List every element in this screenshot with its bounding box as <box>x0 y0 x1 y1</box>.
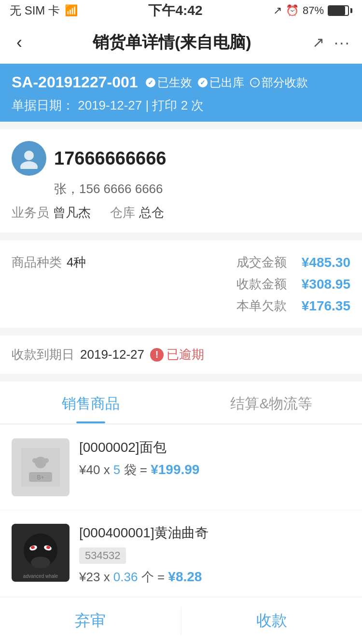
svg-point-5 <box>44 458 49 463</box>
status-bar: 无 SIM 卡 📶 下午4:42 ↗ ⏰ 87% <box>0 0 362 21</box>
svg-text:B+: B+ <box>37 474 44 481</box>
product-name-1: [0000002]面包 <box>79 438 350 457</box>
back-button[interactable]: ‹ <box>12 28 27 57</box>
price-base-2: ¥23 <box>79 570 100 584</box>
badge-partial: ○ 部分收款 <box>250 75 308 90</box>
page-title: 销货单详情(来自电脑) <box>32 31 312 54</box>
warehouse-item: 仓库 总仓 <box>110 204 164 221</box>
due-date: 2019-12-27 <box>80 347 144 362</box>
received-value: ¥308.95 <box>292 277 350 292</box>
nav-actions: ↗ ··· <box>312 33 350 52</box>
order-header-banner: SA-20191227-001 ✓ 已生效 ✓ 已出库 ○ 部分收款 单据日期：… <box>0 64 362 122</box>
product-info-1: [0000002]面包 ¥40 x 5 袋 = ¥199.99 <box>79 438 350 478</box>
share-icon[interactable]: ↗ <box>312 34 324 51</box>
svg-point-1 <box>20 161 38 169</box>
received-row: 收款金额 ¥308.95 <box>229 276 350 293</box>
banner-row1: SA-20191227-001 ✓ 已生效 ✓ 已出库 ○ 部分收款 <box>12 73 350 91</box>
svg-point-15 <box>31 557 50 568</box>
customer-phone: 17666666666 <box>54 148 166 169</box>
customer-section: 17666666666 张，156 6666 6666 业务员 曾凡杰 仓库 总… <box>0 129 362 233</box>
product-item-2: advanced whale [000400001]黄油曲奇 534532 ¥2… <box>0 510 362 600</box>
amount-row: 成交金额 ¥485.30 <box>229 254 350 271</box>
print-label: 打印 2 次 <box>152 98 204 112</box>
reject-button[interactable]: 弃审 <box>0 597 181 644</box>
salesman-item: 业务员 曾凡杰 <box>12 204 91 221</box>
nav-bar: ‹ 销货单详情(来自电脑) ↗ ··· <box>0 21 362 64</box>
check-icon-1: ✓ <box>146 78 155 87</box>
overdue-badge: ! 已逾期 <box>150 346 204 363</box>
battery-percent: 87% <box>303 4 324 17</box>
svg-point-3 <box>35 457 46 468</box>
warehouse-label: 仓库 <box>110 204 135 221</box>
salesman-label: 业务员 <box>12 204 49 221</box>
price-qty-1: 5 <box>113 462 120 477</box>
banner-date-row: 单据日期： 2019-12-27 | 打印 2 次 <box>12 97 350 114</box>
price-x-2: x <box>104 570 113 584</box>
tab-products[interactable]: 销售商品 <box>0 381 181 423</box>
image-placeholder-2: advanced whale <box>12 524 70 582</box>
warehouse-value: 总仓 <box>139 204 164 221</box>
product-sku-2: 534532 <box>79 547 126 564</box>
svg-point-0 <box>24 151 34 160</box>
price-unit-1: 袋 <box>124 462 137 477</box>
amount-label: 成交金额 <box>229 254 287 271</box>
more-icon[interactable]: ··· <box>334 33 350 52</box>
tabs: 销售商品 结算&物流等 <box>0 381 362 424</box>
customer-meta: 业务员 曾凡杰 仓库 总仓 <box>12 204 350 221</box>
summary-section: 商品种类 4种 成交金额 ¥485.30 收款金额 ¥308.95 本单欠款 ¥… <box>0 240 362 328</box>
status-badges: ✓ 已生效 ✓ 已出库 ○ 部分收款 <box>146 75 308 90</box>
status-right: ↗ ⏰ 87% <box>273 4 352 17</box>
alarm-icon: ⏰ <box>286 4 299 17</box>
due-section: 收款到期日 2019-12-27 ! 已逾期 <box>0 336 362 374</box>
badge-effective: ✓ 已生效 <box>146 75 192 90</box>
summary-left: 商品种类 4种 <box>12 254 181 271</box>
price-unit-2: 个 <box>141 570 154 584</box>
image-placeholder-1: B+ <box>12 438 70 496</box>
price-x-1: x <box>104 462 113 477</box>
check-icon-2: ✓ <box>198 78 208 87</box>
product-image-2: advanced whale <box>12 524 70 582</box>
product-item: B+ [0000002]面包 ¥40 x 5 袋 = ¥199.99 <box>0 425 362 510</box>
salesman-value: 曾凡杰 <box>53 204 91 221</box>
date-value: 2019-12-27 <box>78 98 142 112</box>
price-total-1: ¥199.99 <box>151 462 199 477</box>
owing-label: 本单欠款 <box>229 297 287 314</box>
product-image-1: B+ <box>12 438 70 496</box>
print-info: | <box>145 98 152 112</box>
product-list: B+ [0000002]面包 ¥40 x 5 袋 = ¥199.99 <box>0 425 362 600</box>
summary-right: 成交金额 ¥485.30 收款金额 ¥308.95 本单欠款 ¥176.35 <box>181 254 350 314</box>
clock-icon: ○ <box>250 78 260 87</box>
date-label: 单据日期： <box>12 98 74 112</box>
status-time: 下午4:42 <box>148 1 202 20</box>
types-label: 商品种类 <box>12 254 62 271</box>
wifi-icon: 📶 <box>65 4 78 17</box>
collect-button[interactable]: 收款 <box>181 597 362 644</box>
overdue-text: 已逾期 <box>167 346 204 363</box>
product-name-2: [000400001]黄油曲奇 <box>79 524 350 542</box>
price-total-2: ¥8.28 <box>168 569 202 584</box>
amount-value: ¥485.30 <box>292 255 350 270</box>
svg-text:advanced whale: advanced whale <box>23 574 58 579</box>
owing-row: 本单欠款 ¥176.35 <box>229 297 350 314</box>
location-icon: ↗ <box>273 4 282 17</box>
owing-value: ¥176.35 <box>292 298 350 314</box>
types-value: 4种 <box>67 254 86 271</box>
product-info-2: [000400001]黄油曲奇 534532 ¥23 x 0.36 个 = ¥8… <box>79 524 350 586</box>
bottom-bar: 弃审 收款 <box>0 597 362 644</box>
product-price-2: ¥23 x 0.36 个 = ¥8.28 <box>79 569 350 586</box>
overdue-icon: ! <box>150 348 164 362</box>
svg-point-4 <box>32 458 37 463</box>
kinds-row: 商品种类 4种 <box>12 254 181 271</box>
product-price-1: ¥40 x 5 袋 = ¥199.99 <box>79 462 350 478</box>
price-base-1: ¥40 <box>79 462 100 477</box>
avatar <box>12 141 46 176</box>
customer-row: 17666666666 <box>12 141 350 176</box>
order-id: SA-20191227-001 <box>12 73 138 91</box>
battery-indicator <box>328 5 352 16</box>
carrier-label: 无 SIM 卡 <box>10 3 60 18</box>
status-left: 无 SIM 卡 📶 <box>10 3 78 18</box>
tab-settlement[interactable]: 结算&物流等 <box>181 381 362 423</box>
badge-shipped: ✓ 已出库 <box>198 75 244 90</box>
price-qty-2: 0.36 <box>113 570 138 584</box>
due-label: 收款到期日 <box>12 346 74 363</box>
